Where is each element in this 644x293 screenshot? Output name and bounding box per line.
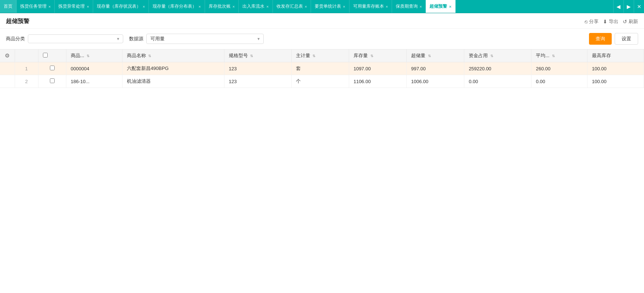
close-icon[interactable]: × — [420, 4, 422, 9]
row-capital: 0.00 — [464, 75, 531, 88]
export-icon: ⬇ — [603, 19, 607, 25]
th-spec[interactable]: 规格型号 ⇅ — [224, 49, 291, 62]
row-stock: 1097.00 — [349, 62, 406, 75]
th-unit[interactable]: 主计量 ⇅ — [291, 49, 349, 62]
row-overstock: 997.00 — [407, 62, 464, 75]
close-icon[interactable]: × — [343, 4, 345, 9]
th-overstock[interactable]: 超储量 ⇅ — [407, 49, 464, 62]
th-checkbox — [38, 49, 66, 62]
close-icon[interactable]: × — [198, 4, 201, 9]
close-icon[interactable]: × — [386, 4, 388, 9]
chevron-down-icon: ▾ — [257, 36, 260, 41]
nav-item-inout[interactable]: 出入库流水 × — [239, 0, 272, 13]
nav-item-home[interactable]: 首页 — [0, 0, 17, 13]
nav-item-summary[interactable]: 收发存汇总表 × — [273, 0, 311, 13]
sort-icon: ⇅ — [250, 54, 253, 58]
query-button[interactable]: 查询 — [589, 33, 612, 45]
category-select[interactable]: ▾ — [28, 34, 123, 43]
row-settings-cell — [0, 75, 15, 88]
row-checkbox-cell[interactable] — [38, 75, 66, 88]
nav-item-exception[interactable]: 拣货异常处理 × — [55, 0, 93, 13]
row-product-name: 六配套新昌490BPG — [122, 62, 224, 75]
share-button[interactable]: ⎋ 分享 — [585, 18, 599, 25]
row-max-stock: 100.00 — [588, 62, 644, 75]
settings-button[interactable]: 设置 — [615, 33, 638, 45]
export-button[interactable]: ⬇ 导出 — [603, 18, 618, 25]
th-product-code[interactable]: 商品... ⇅ — [66, 49, 122, 62]
page-container: 超储预警 ⎋ 分享 ⬇ 导出 ↺ 刷新 商品分类 ▾ 数据源 — [0, 13, 644, 293]
sort-icon: ⇅ — [87, 54, 89, 58]
row-spec: 123 — [224, 62, 291, 75]
row-avg: 260.00 — [531, 62, 588, 75]
th-settings: ⚙ — [0, 49, 15, 62]
chevron-down-icon: ▾ — [117, 36, 119, 41]
row-unit: 套 — [291, 62, 349, 75]
nav-item-stock-dist[interactable]: 现存量（库存分布表） × — [149, 0, 205, 13]
close-icon[interactable]: × — [143, 4, 145, 9]
th-capital[interactable]: 资金占用 ⇅ — [464, 49, 531, 62]
close-icon[interactable]: × — [305, 4, 307, 9]
row-max-stock: 100.00 — [588, 75, 644, 88]
nav-item-task-mgmt[interactable]: 拣货任务管理 × — [17, 0, 55, 13]
nav-prev-arrow[interactable]: ◀ — [613, 0, 623, 13]
datasource-filter: 数据源 可用量 ▾ — [129, 34, 264, 44]
sort-icon: ⇅ — [428, 54, 431, 58]
table-container: ⚙ 商品... ⇅ 商品名称 ⇅ 规格型号 — [0, 49, 644, 88]
close-icon[interactable]: × — [449, 4, 451, 9]
refresh-button[interactable]: ↺ 刷新 — [623, 18, 638, 25]
row-product-code: 0000004 — [66, 62, 122, 75]
category-label: 商品分类 — [6, 36, 25, 42]
th-max-stock[interactable]: 最高库存 — [588, 49, 644, 62]
sort-icon: ⇅ — [370, 54, 373, 58]
th-product-name[interactable]: 商品名称 ⇅ — [122, 49, 224, 62]
table-row: 1 0000004 六配套新昌490BPG 123 套 1097.00 997.… — [0, 62, 644, 75]
nav-next-arrow[interactable]: ▶ — [623, 0, 634, 13]
action-buttons: 查询 设置 — [589, 33, 638, 45]
filter-bar: 商品分类 ▾ 数据源 可用量 ▾ 查询 设置 — [0, 29, 644, 49]
gear-icon[interactable]: ⚙ — [5, 52, 10, 59]
select-all-checkbox[interactable] — [43, 53, 48, 58]
row-settings-cell — [0, 62, 15, 75]
row-index: 1 — [15, 62, 38, 75]
th-stock[interactable]: 库存量 ⇅ — [349, 49, 406, 62]
page-header: 超储预警 ⎋ 分享 ⬇ 导出 ↺ 刷新 — [0, 13, 644, 29]
row-checkbox[interactable] — [50, 78, 55, 83]
top-navigation: 首页 拣货任务管理 × 拣货异常处理 × 现存量（库存状况表） × 现存量（库存… — [0, 0, 644, 13]
nav-item-overstock[interactable]: 超储预警 × — [426, 0, 455, 13]
overstock-table: ⚙ 商品... ⇅ 商品名称 ⇅ 规格型号 — [0, 49, 644, 88]
row-overstock: 1006.00 — [407, 75, 464, 88]
refresh-icon: ↺ — [623, 19, 627, 25]
close-icon[interactable]: × — [87, 4, 89, 9]
nav-item-batch[interactable]: 库存批次账 × — [205, 0, 239, 13]
row-product-code: 186-10... — [66, 75, 122, 88]
nav-scroll-arrows: ◀ ▶ ✕ — [613, 0, 644, 13]
th-avg[interactable]: 平均... ⇅ — [531, 49, 588, 62]
row-spec: 123 — [224, 75, 291, 88]
datasource-value: 可用量 — [150, 36, 165, 42]
row-product-name: 机油滤清器 — [122, 75, 224, 88]
sort-icon: ⇅ — [148, 54, 151, 58]
page-title: 超储预警 — [6, 18, 29, 25]
nav-close-all[interactable]: ✕ — [634, 0, 644, 13]
close-icon[interactable]: × — [233, 4, 235, 9]
nav-item-stock-status[interactable]: 现存量（库存状况表） × — [93, 0, 149, 13]
nav-item-expiry[interactable]: 保质期查询 × — [392, 0, 426, 13]
nav-item-usable[interactable]: 可用量库存账本 × — [350, 0, 392, 13]
header-actions: ⎋ 分享 ⬇ 导出 ↺ 刷新 — [585, 18, 638, 25]
table-header-row: ⚙ 商品... ⇅ 商品名称 ⇅ 规格型号 — [0, 49, 644, 62]
row-avg: 0.00 — [531, 75, 588, 88]
close-icon[interactable]: × — [48, 4, 51, 9]
nav-item-demand[interactable]: 要货单统计表 × — [311, 0, 349, 13]
datasource-label: 数据源 — [129, 36, 143, 42]
category-filter: 商品分类 ▾ — [6, 34, 123, 43]
row-checkbox-cell[interactable] — [38, 62, 66, 75]
th-index — [15, 49, 38, 62]
table-body: 1 0000004 六配套新昌490BPG 123 套 1097.00 997.… — [0, 62, 644, 88]
sort-icon: ⇅ — [312, 54, 315, 58]
sort-icon: ⇅ — [552, 54, 555, 58]
row-checkbox[interactable] — [50, 66, 55, 70]
row-stock: 1106.00 — [349, 75, 406, 88]
datasource-select[interactable]: 可用量 ▾ — [146, 34, 264, 44]
table-row: 2 186-10... 机油滤清器 123 个 1106.00 1006.00 … — [0, 75, 644, 88]
close-icon[interactable]: × — [266, 4, 268, 9]
